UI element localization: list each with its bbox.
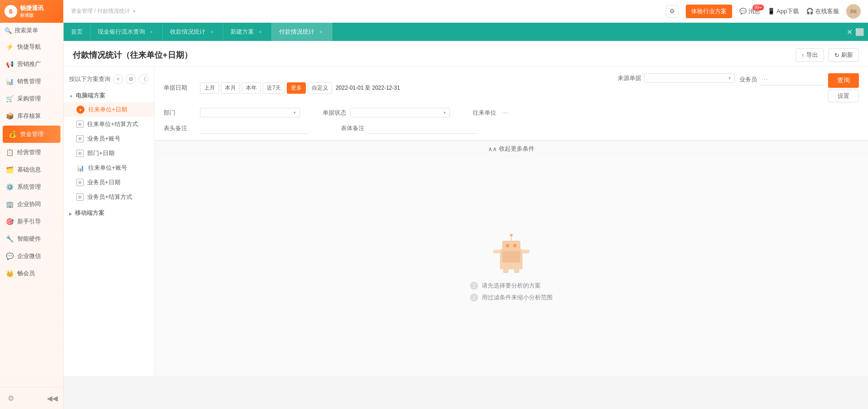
trial-button[interactable]: 体验行业方案 xyxy=(686,5,732,18)
sidebar-item-vip[interactable]: 👑 畅会员 xyxy=(0,265,63,282)
tabs-bar: 首页 现金银行流水查询 × 收款情况统计 × 新建方案 × 付款情况统计 × ✕… xyxy=(64,23,868,41)
refresh-icon: ↻ xyxy=(834,52,839,59)
svg-point-3 xyxy=(506,244,509,247)
scheme-item-partner-date[interactable]: ● 往来单位+日期 xyxy=(64,102,154,117)
tab-receipts[interactable]: 收款情况统计 × xyxy=(163,23,223,41)
empty-tips: 1 请先选择要分析的方案 2 用过滤条件来缩小分析范围 xyxy=(470,282,553,302)
partner-date-icon: ● xyxy=(76,106,85,114)
date-btn-7days[interactable]: 近7天 xyxy=(263,82,285,94)
partner-ellipsis[interactable]: ··· xyxy=(502,109,508,117)
sidebar-item-guide[interactable]: 🎯 新手引导 xyxy=(0,213,63,230)
top-header: 资金管理 / 付款情况统计 ▾ ⚙ 体验行业方案 💬 消息 99+ 📱 App下… xyxy=(64,0,868,23)
tab-cash-flow-close[interactable]: × xyxy=(148,28,155,35)
message-icon: 💬 xyxy=(739,8,747,15)
scheme-item-dept-date[interactable]: ⊞ 部门+日期 xyxy=(64,146,154,161)
staff-settle-icon: ⊞ xyxy=(76,193,84,201)
scheme-item-staff-date[interactable]: ⊞ 业务员+日期 xyxy=(64,175,154,190)
system-icon: ⚙️ xyxy=(5,183,14,191)
query-button[interactable]: 查询 xyxy=(828,73,859,88)
scheme-collapse-btn[interactable]: 《 xyxy=(139,74,149,84)
vip-icon: 👑 xyxy=(5,269,14,278)
app-logo: 6 畅捷通讯 标准版 xyxy=(0,0,63,23)
source-select[interactable]: ▾ xyxy=(644,73,735,83)
download-icon: 📱 xyxy=(768,8,775,15)
sidebar-item-operations[interactable]: 📋 经营管理 xyxy=(0,144,63,161)
filter-section: 单据日期 上月 本月 本年 近7天 更多 自定义 2022-01-01 至 20… xyxy=(155,67,868,141)
partner-settle-icon: ⊞ xyxy=(76,121,84,128)
date-btn-this-month[interactable]: 本月 xyxy=(221,82,240,94)
sidebar-settings-btn[interactable]: ⚙ xyxy=(5,392,17,404)
svg-rect-5 xyxy=(503,269,509,273)
tab-close-all-btn[interactable]: ✕ xyxy=(847,28,853,36)
results-area: 1 请先选择要分析的方案 2 用过滤条件来缩小分析范围 xyxy=(155,157,868,376)
settings-small-button[interactable]: 设置 xyxy=(828,90,859,102)
scheme-item-partner-settle[interactable]: ⊞ 往来单位+结算方式 xyxy=(64,117,154,131)
scheme-item-staff-account[interactable]: ⊞ 业务员+账号 xyxy=(64,131,154,146)
dept-select[interactable]: ▾ xyxy=(200,108,300,117)
sidebar-item-smart-hw[interactable]: 🔧 智能硬件 xyxy=(0,230,63,247)
tip-num-2: 2 xyxy=(470,293,478,302)
export-button[interactable]: ↑ 导出 xyxy=(796,48,824,62)
refresh-button[interactable]: ↻ 刷新 xyxy=(828,48,859,62)
tab-cash-flow[interactable]: 现金银行流水查询 × xyxy=(90,23,163,41)
source-label: 来源单据 xyxy=(618,74,641,82)
online-service[interactable]: 🎧 在线客服 xyxy=(806,7,839,15)
sidebar-item-sales[interactable]: 📊 销售管理 xyxy=(0,73,63,90)
page-title: 付款情况统计（往来单位+日期） xyxy=(73,50,192,61)
search-menu[interactable]: 🔍 搜索菜单 xyxy=(0,23,63,38)
pc-schemes-title[interactable]: 电脑端方案 xyxy=(64,89,154,102)
finance-icon: 💰 xyxy=(8,130,16,138)
empty-state: 1 请先选择要分析的方案 2 用过滤条件来缩小分析范围 xyxy=(470,231,553,302)
scheme-add-btn[interactable]: + xyxy=(113,74,123,84)
tab-payments-close[interactable]: × xyxy=(317,28,324,35)
date-btn-last-month[interactable]: 上月 xyxy=(200,82,219,94)
date-btn-more[interactable]: 更多 xyxy=(287,82,306,94)
user-avatar[interactable]: Rit xyxy=(846,4,861,19)
tab-receipts-close[interactable]: × xyxy=(208,28,215,35)
basic-info-icon: 🗂️ xyxy=(5,166,14,174)
scheme-panel: 按以下方案查询 + ⚙ 《 电脑端方案 ● 往来单位+日期 xyxy=(64,67,155,376)
dept-date-icon: ⊞ xyxy=(76,150,84,157)
scheme-settings-btn[interactable]: ⚙ xyxy=(126,74,136,84)
header-settings-button[interactable]: ⚙ xyxy=(666,5,678,18)
mobile-schemes-title[interactable]: 移动端方案 xyxy=(64,206,154,220)
tab-new-scheme-close[interactable]: × xyxy=(257,28,264,35)
date-btn-this-year[interactable]: 本年 xyxy=(242,82,261,94)
body-note-label: 表体备注 xyxy=(341,124,364,132)
sidebar-item-basic-info[interactable]: 🗂️ 基础信息 xyxy=(0,161,63,178)
guide-icon: 🎯 xyxy=(5,217,14,226)
sidebar-item-finance[interactable]: 💰 资金管理 xyxy=(3,126,60,143)
sidebar-collapse-btn[interactable]: ◀◀ xyxy=(46,392,59,404)
collapse-more-btn[interactable]: ∧∧ 收起更多条件 xyxy=(155,141,868,157)
scheme-item-partner-account[interactable]: 📊 往来单位+账号 xyxy=(64,161,154,175)
tab-payments[interactable]: 付款情况统计 × xyxy=(272,23,332,41)
scheme-panel-title: 按以下方案查询 xyxy=(69,75,110,83)
date-btn-custom[interactable]: 自定义 xyxy=(308,82,332,94)
tab-new-scheme[interactable]: 新建方案 × xyxy=(223,23,272,41)
sidebar-item-enterprise-wechat[interactable]: 💬 企业微信 xyxy=(0,247,63,265)
tab-home[interactable]: 首页 xyxy=(64,23,90,41)
empty-tip-1: 1 请先选择要分析的方案 xyxy=(470,282,553,290)
sidebar-item-system[interactable]: ⚙️ 系统管理 xyxy=(0,178,63,196)
smart-hw-icon: 🔧 xyxy=(5,235,14,243)
scheme-item-staff-settle[interactable]: ⊞ 业务员+结算方式 xyxy=(64,190,154,204)
sidebar-menu: ⚡ 快捷导航 📢 营销推广 📊 销售管理 🛒 采购管理 📦 库存核算 💰 资金管… xyxy=(0,38,63,387)
filter-row-date: 单据日期 上月 本月 本年 近7天 更多 自定义 2022-01-01 至 20… xyxy=(164,73,859,102)
date-range-display: 2022-01-01 至 2022-12-31 xyxy=(336,84,400,92)
notification-bell[interactable]: 💬 消息 99+ xyxy=(739,7,760,15)
sidebar-item-enterprise[interactable]: 🏢 企业协同 xyxy=(0,196,63,213)
app-download[interactable]: 📱 App下载 xyxy=(768,7,799,15)
head-note-input[interactable] xyxy=(200,123,309,134)
sidebar-item-inventory[interactable]: 📦 库存核算 xyxy=(0,107,63,125)
filter-row-dept: 部门 ▾ 单据状态 ▾ 往来单位 ··· xyxy=(164,108,859,117)
status-select[interactable]: ▾ xyxy=(350,108,450,117)
sidebar-bottom: ⚙ ◀◀ xyxy=(0,387,63,409)
sidebar-item-quick-nav[interactable]: ⚡ 快捷导航 xyxy=(0,38,63,56)
tab-expand-btn[interactable]: ⬜ xyxy=(855,28,864,36)
body-note-input[interactable] xyxy=(368,123,477,134)
sidebar-item-marketing[interactable]: 📢 营销推广 xyxy=(0,56,63,73)
staff-ellipsis[interactable]: ··· xyxy=(762,75,768,83)
pc-section-arrow xyxy=(69,92,73,99)
sales-icon: 📊 xyxy=(5,77,14,86)
sidebar-item-purchase[interactable]: 🛒 采购管理 xyxy=(0,90,63,107)
